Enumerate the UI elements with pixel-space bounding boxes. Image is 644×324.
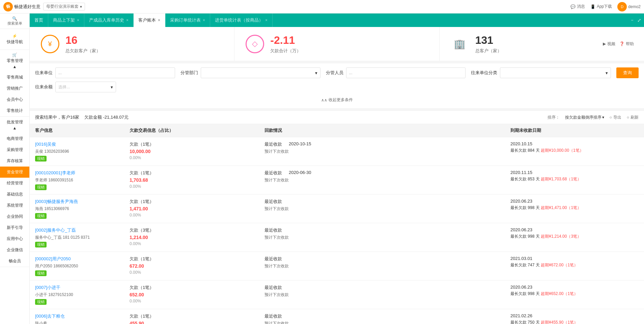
sidebar-item-batch-mgmt[interactable]: 批发管理 ▲ — [0, 117, 29, 133]
overdue-amount-link-0[interactable]: 超期¥10,000.00（1笔） — [541, 148, 584, 153]
stat-value-total-customers: 131 — [475, 34, 502, 47]
overdue-amount-link-2[interactable]: 超期¥1,471.00（1笔） — [541, 205, 581, 210]
video-icon: ▶ — [603, 41, 606, 46]
person-input[interactable]: ... — [346, 67, 466, 78]
sidebar-item-newbie[interactable]: 新手引导 — [0, 222, 29, 233]
refresh-button[interactable]: ○ 刷新 — [627, 115, 639, 120]
stat-label-total-customers: 总客户（家） — [475, 48, 502, 54]
customer-name-0[interactable]: [0016]吴俊 — [35, 141, 130, 147]
overdue-amount-link-5[interactable]: 超期¥652.00（1笔） — [541, 291, 578, 296]
sidebar-item-basic-info[interactable]: 基础信息 — [0, 189, 29, 200]
tabs-minimize-button[interactable]: － — [630, 17, 635, 23]
sidebar-item-app-center[interactable]: 应用中心 — [0, 233, 29, 244]
customer-name-2[interactable]: [0003]畅捷服务尹海燕 — [35, 199, 130, 205]
sidebar-item-retail-stats[interactable]: 零售统计 — [0, 105, 29, 116]
customer-name-1[interactable]: [0001020001]李老师 — [35, 170, 130, 176]
refresh-icon: ○ — [627, 115, 629, 120]
table-row: [0006]去下粮仓 陈小希 现销 欠款（1笔） 455.90 0.00% 最近… — [30, 309, 644, 324]
table-row: [0001020001]李老师 李老师 18600391516 现销 欠款（1笔… — [30, 166, 644, 195]
chevron-down-icon-3: ▾ — [111, 85, 113, 90]
stat-label-debt-total: 欠款合计（万） — [270, 48, 301, 54]
balance-select[interactable]: 选择... ▾ — [55, 82, 116, 92]
filter-person: 分管人员 ... — [326, 67, 466, 78]
company-selector[interactable]: 母婴行业演示账套 ▾ — [43, 3, 85, 10]
main-area: 🔍 搜索菜单 ⚡ 快捷导航 🛒 零售管理 ▲ 零售商城 营 — [0, 13, 644, 324]
stat-card-total-customers: 🏢 131 总客户（家） ▶ 视频 ❓ — [440, 27, 644, 61]
sidebar-item-wechat[interactable]: 企业微信 — [0, 244, 29, 256]
sort-selector[interactable]: 按欠款金额倒序排序 ▾ — [565, 115, 604, 120]
sidebar-item-ecommerce[interactable]: 电商管理 — [0, 133, 29, 144]
overdue-cell-0: 2020.10.15 最长欠款 884 天 超期¥10,000.00（1笔） — [510, 141, 639, 153]
sidebar-item-finance[interactable]: 资金管理 — [0, 167, 29, 178]
overdue-amount-link-6[interactable]: 超期¥455.90（1笔） — [541, 320, 578, 324]
tab-customer-account[interactable]: 客户账本 × — [134, 13, 165, 27]
sidebar-item-purchase[interactable]: 采购管理 — [0, 144, 29, 155]
results-bar: 搜索结果中，客户16家 欠款金额 -21,148.07元 排序： 按欠款金额倒序… — [30, 111, 644, 124]
customer-name-4[interactable]: [000002]用户2050 — [35, 256, 130, 262]
sidebar-item-operations[interactable]: 经营管理 — [0, 178, 29, 189]
tabs-maximize-button[interactable]: ⤢ — [637, 18, 641, 23]
tab-close-inbound-stats[interactable]: × — [265, 18, 268, 23]
collapse-button[interactable]: ∧∧ 收起更多条件 — [321, 97, 353, 103]
recovery-cell-1: 最近收款 2020-06-30 预计下次收款 — [264, 170, 510, 183]
customer-name-3[interactable]: [0002]服务中心_丁磊 — [35, 227, 130, 233]
app-download-button[interactable]: 📱 App下载 — [590, 4, 612, 9]
sidebar-item-inventory[interactable]: 库存核算 — [0, 155, 29, 167]
stat-card-debt-customers: ¥ 16 总欠款客户（家） — [30, 27, 234, 61]
header-debt: 欠款交易信息（占比） — [130, 127, 264, 134]
overdue-amount-link-4[interactable]: 超期¥672.00（1笔） — [541, 263, 578, 267]
tab-close-product-shelf[interactable]: × — [77, 18, 79, 23]
unit-category-select[interactable]: ▾ — [500, 67, 611, 78]
search-button[interactable]: 查询 — [616, 67, 639, 78]
sidebar-item-retail-mgmt[interactable]: 🛒 零售管理 ▲ — [0, 50, 29, 72]
sidebar-item-marketing[interactable]: 营销推广 — [0, 83, 29, 94]
tab-home[interactable]: 首页 — [30, 13, 48, 27]
header-customer: 客户信息 — [35, 127, 130, 134]
table-row: [000002]用户2050 用户2050 18665062050 现销 欠款（… — [30, 252, 644, 281]
stat-icon-building: 🏢 — [450, 34, 470, 54]
overdue-cell-1: 2020.11.15 最长欠款 853 天 超期¥1,703.68（1笔） — [510, 170, 639, 182]
customer-cell-1: [0001020001]李老师 李老师 18600391516 现销 — [35, 170, 130, 190]
tab-close-purchase-stats[interactable]: × — [203, 18, 205, 23]
filter-area: 往来单位 ... 分管部门 ▾ — [30, 63, 644, 108]
sidebar-item-retail-store[interactable]: 零售商城 — [0, 72, 29, 83]
export-button[interactable]: ○ 导出 — [610, 115, 621, 120]
message-icon: 💬 — [570, 4, 576, 9]
collapse-icon: ∧∧ — [321, 98, 327, 102]
tab-close-production-history[interactable]: × — [126, 18, 129, 23]
video-action[interactable]: ▶ 视频 — [603, 41, 615, 47]
overdue-amount-link-1[interactable]: 超期¥1,703.68（1笔） — [541, 177, 581, 181]
sidebar-item-quick-nav[interactable]: ⚡ 快捷导航 — [0, 31, 29, 48]
sidebar-search[interactable]: 🔍 搜索菜单 — [0, 13, 29, 29]
tab-inbound-stats[interactable]: 进货单统计表（按商品） × — [210, 13, 273, 27]
dept-select[interactable]: ▾ — [201, 67, 320, 78]
search-icon: 🔍 — [12, 16, 17, 21]
help-icon: ❓ — [619, 41, 624, 46]
message-button[interactable]: 💬 消息 — [570, 4, 585, 9]
overdue-amount-link-3[interactable]: 超期¥1,214.00（3笔） — [541, 234, 581, 239]
header-overdue: 到期未收款日期 — [510, 127, 639, 134]
tab-purchase-stats[interactable]: 采购订单统计表 × — [165, 13, 210, 27]
top-bar-left: 畅 畅捷通好生意 母婴行业演示账套 ▾ — [3, 2, 85, 11]
sidebar-item-member[interactable]: 会员中心 — [0, 94, 29, 105]
tab-close-customer-account[interactable]: × — [158, 18, 160, 23]
data-table: 客户信息 欠款交易信息（占比） 回款情况 到期未收款日期 [0016]吴俊 吴俊… — [30, 124, 644, 324]
table-row: [0003]畅捷服务尹海燕 海燕 18513066976 现销 欠款（1笔） 1… — [30, 195, 644, 223]
user-menu[interactable]: D demo2 — [617, 2, 641, 11]
stat-card-actions: ▶ 视频 ❓ 帮助 — [603, 41, 634, 47]
source-unit-input[interactable]: ... — [55, 67, 175, 78]
customer-name-6[interactable]: [0006]去下粮仓 — [35, 313, 130, 319]
download-icon: 📱 — [590, 4, 595, 9]
filter-source-unit: 往来单位 ... — [35, 67, 175, 78]
sidebar-item-vip[interactable]: 畅会员 — [0, 256, 29, 267]
sidebar-item-system[interactable]: 系统管理 — [0, 200, 29, 211]
tab-production-history[interactable]: 产成品入库单历史 × — [84, 13, 134, 27]
sidebar-item-enterprise[interactable]: 企业协同 — [0, 211, 29, 222]
nav-icon: ⚡ — [12, 34, 17, 38]
filter-balance: 往来余额 选择... ▾ — [35, 82, 639, 92]
logo-area: 畅 畅捷通好生意 — [3, 2, 40, 11]
customer-contact-0: 吴俊 13026203696 — [35, 149, 130, 154]
help-action[interactable]: ❓ 帮助 — [619, 41, 634, 47]
customer-name-5[interactable]: [0007]小进干 — [35, 285, 130, 291]
tab-product-shelf[interactable]: 商品上下架 × — [48, 13, 84, 27]
